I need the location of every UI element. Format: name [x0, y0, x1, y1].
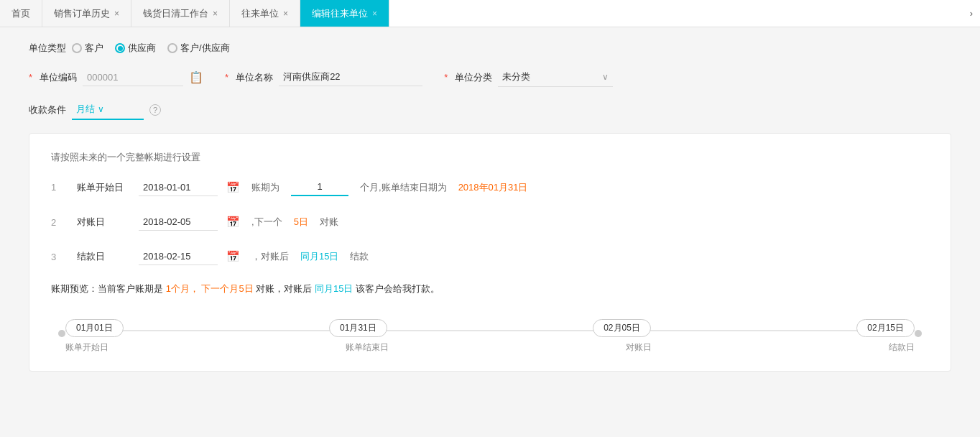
chevron-right-icon: ›: [970, 8, 973, 19]
tl-node-4: 02月15日: [856, 319, 915, 343]
payment-date-input[interactable]: [139, 248, 218, 265]
radio-customer-label: 客户: [85, 42, 103, 55]
tl-label-2: 账单结束日: [346, 341, 389, 354]
preview-part3: 同月15日: [315, 283, 353, 294]
unit-name-input[interactable]: [279, 69, 422, 86]
period-row-2: 2 对账日 📅 ,下一个 5日 对账: [51, 213, 929, 231]
preview-text: 账期预览：当前客户账期是 1个月， 下一个月5日 对账，对账后 同月15日 该客…: [51, 282, 929, 295]
calendar-icon-3[interactable]: 📅: [226, 250, 240, 263]
radio-circle-customer: [72, 43, 82, 53]
preview-label-mid: 对账，对账后: [256, 283, 312, 294]
period-desc-prefix-1: 账期为: [251, 181, 279, 194]
tab-cash-work[interactable]: 钱货日清工作台 ×: [131, 0, 230, 27]
unit-category-value: 未分类: [502, 70, 599, 83]
close-icon[interactable]: ×: [372, 9, 377, 19]
unit-info-row: * 单位编码 📋 * 单位名称 * 单位分类 未分类 ∨: [29, 68, 951, 87]
unit-code-input[interactable]: [83, 69, 183, 86]
tl-label-4: 结款日: [889, 341, 915, 354]
timeline-container: 01月01日 01月31日 02月05日 02月15日: [51, 313, 929, 354]
tab-more-button[interactable]: ›: [963, 0, 980, 27]
unit-name-field: * 单位名称: [225, 69, 422, 86]
period-num-2: 2: [51, 217, 65, 228]
unit-type-field: 单位类型 客户 供应商 客户/供应商: [29, 42, 230, 55]
tab-home[interactable]: 首页: [0, 0, 42, 27]
tl-pill-4: 02月15日: [856, 319, 915, 337]
payment-field: 收款条件 月结 ∨ ?: [29, 100, 161, 120]
tab-partners[interactable]: 往来单位 ×: [230, 0, 300, 27]
tab-partners-label: 往来单位: [241, 7, 279, 20]
start-date-input[interactable]: [139, 179, 218, 196]
preview-label-suffix: 该客户会给我打款。: [356, 283, 440, 294]
payment-select[interactable]: 月结 ∨: [72, 100, 144, 120]
unit-type-label: 单位类型: [29, 42, 66, 55]
calendar-icon-2[interactable]: 📅: [226, 216, 240, 229]
chevron-down-icon: ∨: [602, 72, 609, 82]
period-highlight2-3: 同月15日: [300, 250, 338, 263]
unit-category-select[interactable]: 未分类 ∨: [498, 68, 613, 87]
tab-edit-partners[interactable]: 编辑往来单位 ×: [300, 0, 389, 27]
timeline-left-dot: [58, 330, 65, 337]
period-desc-suffix-1: 个月,账单结束日期为: [360, 181, 447, 194]
radio-supplier[interactable]: 供应商: [115, 42, 156, 55]
period-desc-suffix-2: 对账: [320, 216, 338, 229]
radio-both[interactable]: 客户/供应商: [167, 42, 230, 55]
unit-code-field: * 单位编码 📋: [29, 69, 203, 86]
period-desc-suffix-3: 结款: [350, 250, 369, 263]
close-icon[interactable]: ×: [114, 9, 119, 19]
chevron-down-icon-payment: ∨: [98, 104, 104, 114]
period-months-input[interactable]: [291, 178, 348, 196]
period-num-3: 3: [51, 252, 65, 262]
preview-part1: 1个月，: [166, 283, 199, 294]
unit-category-label: 单位分类: [455, 71, 492, 84]
tab-sales-history-label: 销售订单历史: [54, 7, 110, 20]
timeline-nodes: 01月01日 01月31日 02月05日 02月15日: [65, 320, 915, 354]
radio-supplier-label: 供应商: [128, 42, 156, 55]
unit-name-label: 单位名称: [236, 71, 273, 84]
tab-edit-partners-label: 编辑往来单位: [312, 7, 368, 20]
tl-labels: 账单开始日 账单结束日 对账日 结款日: [65, 341, 915, 354]
period-settings-box: 请按照未来的一个完整帐期进行设置 1 账单开始日 📅 账期为 个月,账单结束日期…: [29, 133, 951, 372]
payment-row: 收款条件 月结 ∨ ?: [29, 100, 951, 120]
tl-label-1: 账单开始日: [65, 341, 108, 354]
tl-pill-2: 01月31日: [329, 319, 387, 337]
period-num-1: 1: [51, 182, 65, 193]
period-row-1: 1 账单开始日 📅 账期为 个月,账单结束日期为 2018年01月31日: [51, 178, 929, 196]
unit-type-radio-group: 客户 供应商 客户/供应商: [72, 42, 230, 55]
preview-label-prefix: 账期预览：当前客户账期是: [51, 283, 163, 294]
help-icon[interactable]: ?: [149, 104, 161, 116]
required-star-name: *: [225, 72, 228, 83]
required-star-code: *: [29, 72, 32, 83]
tl-pill-3: 02月05日: [593, 319, 651, 337]
radio-circle-both: [167, 43, 177, 53]
radio-both-label: 客户/供应商: [180, 42, 230, 55]
close-icon[interactable]: ×: [213, 9, 218, 19]
tl-node-1: 01月01日: [65, 319, 124, 343]
period-label-2: 对账日: [77, 216, 127, 229]
tl-pill-1: 01月01日: [65, 319, 124, 337]
clipboard-icon[interactable]: 📋: [189, 70, 203, 84]
period-highlight1-2: 5日: [294, 216, 308, 229]
radio-customer[interactable]: 客户: [72, 42, 103, 55]
period-end-date-highlight: 2018年01月31日: [458, 181, 528, 194]
unit-type-row: 单位类型 客户 供应商 客户/供应商: [29, 42, 951, 55]
calendar-icon-1[interactable]: 📅: [226, 181, 240, 194]
tl-node-3: 02月05日: [593, 319, 651, 343]
period-label-1: 账单开始日: [77, 181, 127, 194]
period-label-3: 结款日: [77, 250, 127, 263]
period-title: 请按照未来的一个完整帐期进行设置: [51, 151, 929, 164]
period-desc-prefix-3: ，对账后: [251, 250, 289, 263]
radio-circle-supplier: [115, 43, 125, 53]
period-desc-prefix-2: ,下一个: [251, 216, 282, 229]
payment-select-value: 月结: [76, 103, 95, 116]
unit-category-field: * 单位分类 未分类 ∨: [444, 68, 613, 87]
unit-code-label: 单位编码: [40, 71, 77, 84]
preview-part2: 下一个月5日: [201, 283, 253, 294]
close-icon[interactable]: ×: [283, 9, 288, 19]
main-content: 单位类型 客户 供应商 客户/供应商 * 单位编码: [0, 27, 980, 437]
period-row-3: 3 结款日 📅 ，对账后 同月15日 结款: [51, 248, 929, 265]
tab-sales-history[interactable]: 销售订单历史 ×: [42, 0, 131, 27]
tab-cash-work-label: 钱货日清工作台: [143, 7, 208, 20]
required-star-cat: *: [444, 72, 448, 83]
tl-node-2: 01月31日: [329, 319, 387, 343]
reconcile-date-input[interactable]: [139, 213, 218, 231]
